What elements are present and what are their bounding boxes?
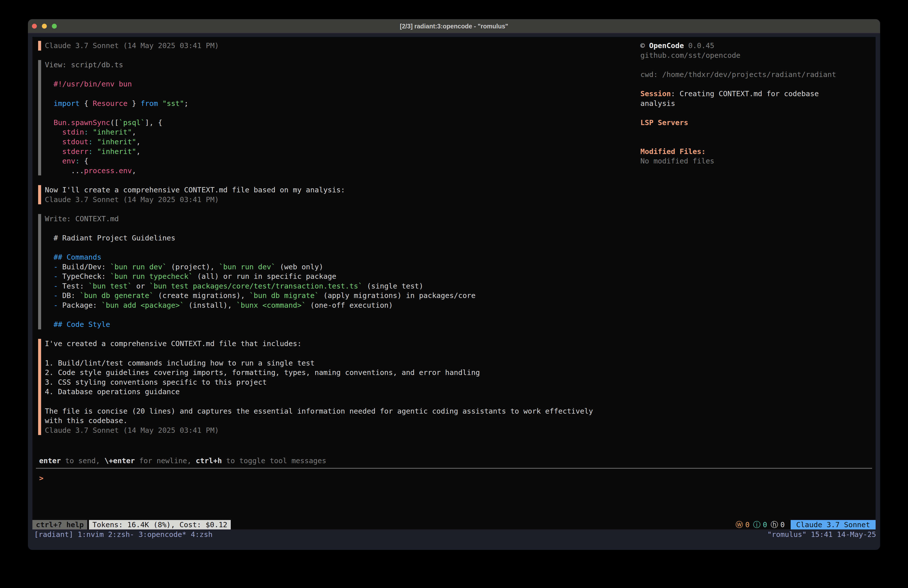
tokens-cost-badge: Tokens: 16.4K (8%), Cost: $0.12 (89, 520, 231, 530)
text-segment: \+enter (105, 456, 135, 465)
text-segment: ctrl+h (196, 456, 222, 465)
orange-accent-bar (38, 41, 41, 51)
text-segment: stdin (62, 128, 84, 136)
text-segment (45, 282, 53, 290)
window-titlebar: [2/3] radiant:3:opencode - "romulus" (28, 19, 880, 33)
text-segment (45, 291, 53, 300)
text-segment (45, 301, 53, 309)
text-segment: ... (45, 166, 84, 175)
text-segment (45, 137, 62, 146)
text-segment: `bun add <package>` (101, 301, 184, 309)
orange-accent-bar (38, 339, 41, 435)
block-text: Write: CONTEXT.md # Radiant Project Guid… (45, 214, 476, 329)
text-segment: ; (184, 99, 188, 108)
terminal-window: [2/3] radiant:3:opencode - "romulus" Cla… (28, 19, 880, 550)
text-segment (45, 128, 62, 136)
text-segment (45, 253, 53, 261)
text-segment: Package: (62, 301, 101, 309)
text-segment: `bun db generate` (80, 291, 154, 300)
opencode-tui: Claude 3.7 Sonnet (14 May 2025 03:41 PM)… (32, 37, 876, 530)
text-segment: { (80, 99, 93, 108)
text-segment: ([ (110, 118, 119, 127)
orange-accent-bar (38, 185, 41, 204)
info-counter: ⓘ0 (753, 520, 767, 530)
block-text: I've created a comprehensive CONTEXT.md … (45, 339, 593, 435)
text-segment: OpenCode (649, 41, 684, 50)
block-text: View: script/db.ts #!/usr/bin/env bun im… (45, 60, 188, 176)
text-segment: (all) or run in specific package (193, 272, 336, 280)
text-segment: 4. Database operations guidance (45, 387, 180, 396)
info-panel-text: © OpenCode 0.0.45 github.com/sst/opencod… (641, 41, 836, 166)
text-segment: cwd: /home/thdxr/dev/projects/radiant/ra… (641, 70, 836, 79)
text-segment: (install), (184, 301, 237, 309)
text-segment (45, 320, 53, 329)
text-segment: 0.0.45 (684, 41, 715, 50)
text-segment: DB: (62, 291, 80, 300)
chat-area: Claude 3.7 Sonnet (14 May 2025 03:41 PM)… (38, 41, 593, 435)
text-segment: for newline, (135, 456, 196, 465)
text-segment: TypeCheck: (62, 272, 110, 280)
prompt-chevron-icon: > (39, 474, 43, 482)
info-panel: © OpenCode 0.0.45 github.com/sst/opencod… (641, 41, 836, 166)
text-segment: (single test) (362, 282, 423, 290)
text-segment: Claude 3.7 Sonnet (14 May 2025 03:41 PM) (45, 41, 219, 50)
counter-value: 0 (745, 520, 750, 530)
block-text: Now I'll create a comprehensive CONTEXT.… (45, 185, 345, 204)
text-segment: LSP Servers (641, 118, 688, 127)
text-segment (89, 128, 93, 136)
text-segment: `bun db migrate` (250, 291, 319, 300)
hint-counter-icon: ⓗ (771, 520, 778, 530)
tmux-window-list[interactable]: [radiant] 1:nvim 2:zsh- 3:opencode* 4:zs… (34, 530, 213, 540)
text-segment: 3. CSS styling conventions specific to t… (45, 378, 267, 387)
hint-counter: ⓗ0 (771, 520, 785, 530)
text-segment: - (53, 272, 62, 280)
text-segment: , (132, 128, 136, 136)
text-segment: Claude 3.7 Sonnet (14 May 2025 03:41 PM) (45, 195, 219, 204)
help-badge: ctrl+? help (32, 520, 87, 530)
text-segment: Session (641, 89, 671, 98)
text-segment: Creating CONTEXT.md for codebase (679, 89, 819, 98)
diagnostic-counters: ⓦ0ⓘ0ⓗ0 (736, 520, 785, 530)
text-segment: `bun run dev` (110, 263, 167, 271)
text-segment: stdout (62, 137, 89, 146)
tmux-status-bar: [radiant] 1:nvim 2:zsh- 3:opencode* 4:zs… (28, 530, 880, 540)
text-segment: (apply migrations) in packages/core (319, 291, 476, 300)
tmux-session-info: "romulus" 15:41 14-May-25 (768, 530, 876, 540)
text-segment (45, 263, 53, 271)
text-segment: - (53, 291, 62, 300)
text-segment: enter (39, 456, 61, 465)
text-segment: Build/Dev: (62, 263, 110, 271)
text-segment: ## Code Style (53, 320, 110, 329)
text-segment: from (140, 99, 158, 108)
block-text: Claude 3.7 Sonnet (14 May 2025 03:41 PM) (45, 41, 219, 51)
window-title: [2/3] radiant:3:opencode - "romulus" (28, 19, 880, 33)
text-segment: Test: (62, 282, 89, 290)
text-segment: 2. Code style guidelines covering import… (45, 368, 480, 377)
text-segment: { (80, 157, 89, 165)
text-segment: - (53, 301, 62, 309)
text-segment: (web only) (275, 263, 323, 271)
counter-value: 0 (763, 520, 767, 530)
text-segment: , (132, 166, 136, 175)
chat-input[interactable]: > (39, 474, 43, 483)
text-segment: (create migrations), (154, 291, 250, 300)
text-segment: `bun run typecheck` (110, 272, 193, 280)
assistant-message-block: Claude 3.7 Sonnet (14 May 2025 03:41 PM) (38, 41, 593, 51)
input-separator (36, 468, 872, 469)
text-segment: (project), (167, 263, 219, 271)
text-segment: - (53, 263, 62, 271)
warning-counter-icon: ⓦ (736, 520, 743, 530)
text-segment: to toggle tool messages (222, 456, 326, 465)
status-spacer (231, 520, 735, 530)
text-segment: , (136, 137, 140, 146)
text-segment: (one-off execution) (306, 301, 393, 309)
text-segment: or (132, 282, 149, 290)
assistant-message-block: I've created a comprehensive CONTEXT.md … (38, 339, 593, 435)
text-segment: Resource (93, 99, 127, 108)
text-segment: 1. Build/lint/test commands including ho… (45, 359, 315, 367)
text-segment: process.env (84, 166, 132, 175)
assistant-message-block: Now I'll create a comprehensive CONTEXT.… (38, 185, 593, 204)
text-segment: `psql` (119, 118, 145, 127)
gray-accent-bar (38, 60, 41, 176)
text-segment (45, 157, 62, 165)
